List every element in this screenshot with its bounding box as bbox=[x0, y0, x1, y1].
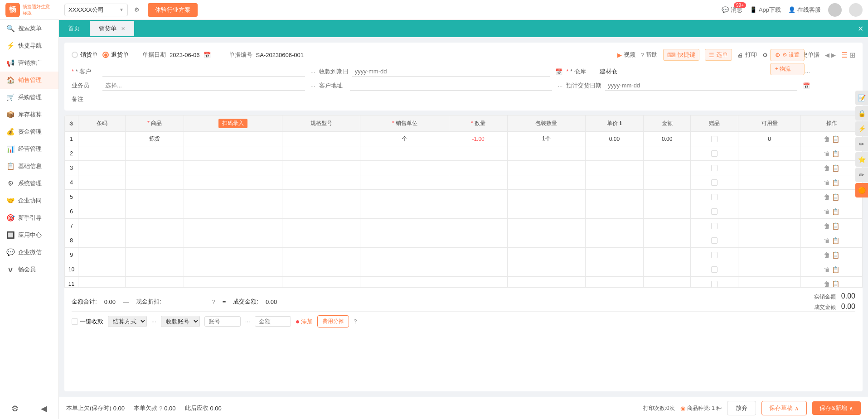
delete-icon[interactable]: 🗑 bbox=[824, 150, 830, 157]
question-icon[interactable]: ? bbox=[212, 299, 215, 305]
customer-dots[interactable]: ··· bbox=[310, 68, 315, 75]
row-price[interactable] bbox=[585, 262, 643, 277]
col-settings[interactable]: ⚙ bbox=[65, 116, 78, 132]
row-price[interactable] bbox=[585, 219, 643, 233]
tab-home[interactable]: 首页 bbox=[59, 21, 89, 36]
toolbar-select-btn[interactable]: ☰ 选单 bbox=[705, 49, 732, 61]
sidebar-item-wechat[interactable]: 💬 企业微信 bbox=[0, 244, 58, 261]
next-record-icon[interactable]: ▶ bbox=[831, 52, 836, 58]
copy-icon[interactable]: 📋 bbox=[832, 193, 839, 201]
delete-icon[interactable]: 🗑 bbox=[824, 193, 830, 201]
company-selector[interactable]: XXXXXX公司 ▼ bbox=[64, 4, 128, 16]
row-qty[interactable] bbox=[449, 175, 507, 190]
row-unit[interactable]: 个 bbox=[360, 132, 449, 146]
row-unit[interactable] bbox=[360, 219, 449, 233]
row-spec-cell[interactable] bbox=[184, 190, 282, 204]
sidebar-item-member[interactable]: V 畅会员 bbox=[0, 261, 58, 278]
row-barcode[interactable] bbox=[78, 277, 126, 288]
sidebar-item-app-center[interactable]: 🔲 应用中心 bbox=[0, 226, 58, 244]
account-input[interactable] bbox=[204, 316, 241, 327]
rf-btn-3[interactable]: ⚡ bbox=[855, 121, 868, 136]
row-product[interactable] bbox=[126, 190, 184, 204]
sidebar-item-guide[interactable]: 🎯 新手引导 bbox=[0, 209, 58, 226]
row-unit[interactable] bbox=[360, 161, 449, 175]
copy-icon[interactable]: 📋 bbox=[832, 179, 839, 186]
row-qty[interactable] bbox=[449, 161, 507, 175]
delete-icon[interactable]: 🗑 bbox=[824, 222, 830, 230]
row-barcode[interactable] bbox=[78, 219, 126, 233]
row-qty[interactable] bbox=[449, 262, 507, 277]
tab-sales-order[interactable]: 销货单 ✕ bbox=[90, 21, 134, 36]
row-unit[interactable] bbox=[360, 277, 449, 288]
tab-bar-close-icon[interactable]: ✕ bbox=[858, 24, 863, 33]
delete-icon[interactable]: 🗑 bbox=[824, 237, 830, 244]
settings-float-btn[interactable]: ⚙ ⚙ 设置 bbox=[770, 49, 805, 61]
row-product[interactable] bbox=[126, 175, 184, 190]
delete-icon[interactable]: 🗑 bbox=[824, 179, 830, 186]
toolbar-help-btn[interactable]: ? 帮助 bbox=[641, 51, 658, 59]
row-spec-cell[interactable] bbox=[184, 233, 282, 248]
row-unit[interactable] bbox=[360, 190, 449, 204]
row-qty[interactable] bbox=[449, 219, 507, 233]
row-spec-cell[interactable] bbox=[184, 204, 282, 219]
rf-btn-7[interactable]: 🟠 bbox=[855, 183, 868, 197]
row-gift[interactable] bbox=[691, 204, 738, 219]
rf-btn-4[interactable]: ✏ bbox=[855, 137, 868, 151]
rf-btn-5[interactable]: ⭐ bbox=[855, 152, 868, 167]
sidebar-item-collab[interactable]: 🤝 企业协同 bbox=[0, 192, 58, 209]
expected-date-calendar-icon[interactable]: 📅 bbox=[803, 82, 810, 89]
customer-addr-dots[interactable]: ··· bbox=[558, 82, 563, 89]
row-product[interactable] bbox=[126, 219, 184, 233]
row-product[interactable] bbox=[126, 146, 184, 161]
row-barcode[interactable] bbox=[78, 262, 126, 277]
row-gift[interactable] bbox=[691, 161, 738, 175]
row-spec-cell[interactable] bbox=[184, 262, 282, 277]
row-gift[interactable] bbox=[691, 146, 738, 161]
sidebar-item-quick-nav[interactable]: ⚡ 快捷导航 bbox=[0, 37, 58, 54]
row-qty[interactable] bbox=[449, 146, 507, 161]
row-gift[interactable] bbox=[691, 233, 738, 248]
row-product[interactable] bbox=[126, 262, 184, 277]
copy-icon[interactable]: 📋 bbox=[832, 135, 839, 143]
account-dots[interactable]: ··· bbox=[245, 318, 250, 325]
sidebar-item-purchase[interactable]: 🛒 采购管理 bbox=[0, 89, 58, 106]
row-unit[interactable] bbox=[360, 146, 449, 161]
list-view-icon[interactable]: ☰ bbox=[841, 51, 848, 59]
expense-split-button[interactable]: 费用分摊 bbox=[317, 315, 349, 327]
row-unit[interactable] bbox=[360, 204, 449, 219]
sidebar-settings-btn[interactable]: ⚙ bbox=[10, 402, 20, 415]
radio-sale-order[interactable]: 销货单 bbox=[72, 51, 98, 59]
row-gift[interactable] bbox=[691, 248, 738, 262]
row-gift[interactable] bbox=[691, 277, 738, 288]
row-unit[interactable] bbox=[360, 233, 449, 248]
notification-area[interactable]: 💬 消息 99+ bbox=[722, 6, 742, 14]
row-price[interactable] bbox=[585, 248, 643, 262]
row-unit[interactable] bbox=[360, 248, 449, 262]
row-barcode[interactable] bbox=[78, 146, 126, 161]
cash-discount-input[interactable] bbox=[169, 297, 205, 306]
app-download-link[interactable]: 📱 App下载 bbox=[750, 6, 781, 14]
logistics-float-btn[interactable]: + 物流 bbox=[770, 63, 805, 75]
calendar-icon[interactable]: 📅 bbox=[204, 52, 211, 58]
delete-icon[interactable]: 🗑 bbox=[824, 164, 830, 172]
row-barcode[interactable] bbox=[78, 161, 126, 175]
rf-btn-2[interactable]: 🔒 bbox=[855, 106, 868, 120]
row-barcode[interactable] bbox=[78, 204, 126, 219]
row-barcode[interactable] bbox=[78, 175, 126, 190]
user-avatar-2[interactable] bbox=[849, 3, 863, 17]
row-product[interactable] bbox=[126, 233, 184, 248]
row-gift[interactable] bbox=[691, 219, 738, 233]
toolbar-video-btn[interactable]: ▶ 视频 bbox=[617, 51, 635, 59]
delete-icon[interactable]: 🗑 bbox=[824, 280, 830, 288]
row-gift[interactable] bbox=[691, 175, 738, 190]
settlement-dots[interactable]: ··· bbox=[151, 318, 156, 325]
prev-record-icon[interactable]: ◀ bbox=[825, 52, 829, 58]
settlement-method-select[interactable]: 结算方式 bbox=[108, 316, 147, 327]
row-gift[interactable] bbox=[691, 262, 738, 277]
row-barcode[interactable] bbox=[78, 248, 126, 262]
sidebar-collapse-btn[interactable]: ◀ bbox=[39, 402, 49, 415]
salesperson-dots[interactable]: ··· bbox=[310, 82, 315, 89]
remarks-input[interactable] bbox=[102, 94, 855, 104]
row-gift[interactable] bbox=[691, 132, 738, 146]
row-qty[interactable] bbox=[449, 277, 507, 288]
